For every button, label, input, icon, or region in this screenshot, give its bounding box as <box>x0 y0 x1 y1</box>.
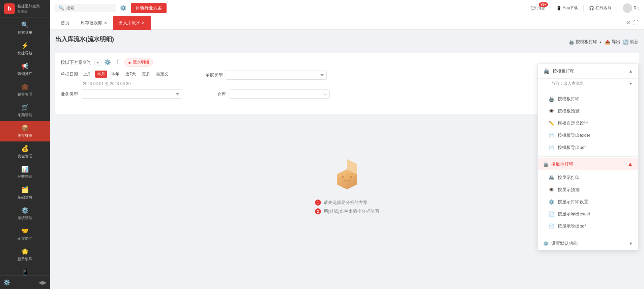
sidebar-item-purchase[interactable]: 🛒 采购管理 <box>0 100 50 121</box>
search-input[interactable] <box>66 6 113 10</box>
filter-collapse-icon[interactable]: 《 <box>114 59 119 66</box>
tabbar-controls: ✕ ⛶ <box>626 20 639 26</box>
sidebar-item-search[interactable]: 🔍 搜索菜单 <box>0 18 50 38</box>
tab-close-all-icon[interactable]: ✕ <box>626 20 631 26</box>
business-type-select[interactable] <box>81 89 182 99</box>
sidebar-nav: 🔍 搜索菜单 ⚡ 快捷导航 📢 营销推广 💼 销售管理 🛒 采购管理 📦 <box>0 18 50 275</box>
settings-bottom-icon[interactable]: ⚙️ <box>3 279 10 286</box>
date-last-month[interactable]: 上月 <box>81 71 93 78</box>
display-preview-icon: 👁️ <box>549 187 554 192</box>
sidebar-item-enterprise[interactable]: 🤝 企业协同 <box>0 224 50 244</box>
filter-settings-icon[interactable]: ⚙️ <box>104 59 111 65</box>
tab-expand-icon[interactable]: ⛶ <box>633 20 639 26</box>
empty-hints: 1 请先选择要分析的方案 2 用[过滤]条件来缩小分析范围 <box>315 200 379 214</box>
sidebar-item-finance[interactable]: 💰 资金管理 <box>0 141 50 162</box>
template-print-icon: 🖨️ <box>549 96 554 102</box>
dropdown-item-display-excel[interactable]: 📄 按显示导出excel <box>538 208 638 220</box>
dropdown-sep-1 <box>538 90 638 90</box>
svg-point-5 <box>342 176 344 178</box>
empty-state-image <box>330 159 364 193</box>
message-icon: 💬 <box>531 6 536 10</box>
tab-flow-close[interactable]: ✕ <box>142 21 145 25</box>
sidebar-item-appstore[interactable]: 📱 应用中心 <box>0 265 50 275</box>
print-template-button[interactable]: 🖨️ 按模板打印 ▲ <box>569 39 602 45</box>
dropdown-collapse-button[interactable]: ▲ <box>628 69 633 74</box>
warehouse-input[interactable]: ··· <box>229 89 330 99</box>
display-excel-label: 按显示导出excel <box>558 211 590 217</box>
hint-item-1: 1 请先选择要分析的方案 <box>315 200 379 206</box>
tab-batch[interactable]: 库存批次账 ✕ <box>75 16 113 30</box>
date-more[interactable]: 更多 <box>140 71 152 78</box>
warehouse-more-icon[interactable]: ··· <box>322 91 326 97</box>
refresh-button[interactable]: 🔄 刷新 <box>623 39 639 45</box>
dropdown-item-display-print[interactable]: 🖨️ 按显示打印 <box>538 172 638 184</box>
sidebar-item-system[interactable]: ⚙️ 系统管理 <box>0 203 50 224</box>
sidebar-item-operation[interactable]: 📊 经营管理 <box>0 162 50 183</box>
sidebar-item-basic[interactable]: 🗂️ 基础信息 <box>0 183 50 203</box>
template-pdf-label: 按模板导出pdf <box>558 144 586 151</box>
logo-icon: b <box>4 3 15 14</box>
sidebar-item-marketing[interactable]: 📢 营销推广 <box>0 59 50 80</box>
user-avatar[interactable]: Rit <box>623 3 639 13</box>
filter-tag-label: 流水明细 <box>133 59 149 65</box>
dropdown-footer[interactable]: ⚙️ 设置默认功能 ▼ <box>538 237 638 250</box>
dropdown-item-display-preview[interactable]: 👁️ 按显示预览 <box>538 184 638 196</box>
dropdown-item-template-print[interactable]: 🖨️ 按模板打印 <box>538 93 638 105</box>
trial-button[interactable]: 体验行业方案 <box>131 3 167 13</box>
date-last7days[interactable]: 近7天 <box>123 71 138 78</box>
tab-home[interactable]: 首页 <box>55 16 75 30</box>
divider2 <box>583 5 584 11</box>
dropdown-item-template-custom[interactable]: ✏️ 模板自定义设计 <box>538 117 638 129</box>
export-icon: 📤 <box>605 40 610 45</box>
date-current-month[interactable]: 本月 <box>95 71 107 78</box>
date-options: 上月 本月 本年 近7天 更多 自定义 <box>81 71 170 78</box>
topbar-gear-icon[interactable]: ⚙️ <box>120 5 127 11</box>
topbar-search-box[interactable]: 🔍 <box>55 4 116 12</box>
sidebar-bottom: ⚙️ ◀▶ <box>0 275 50 289</box>
sidebar-item-sales[interactable]: 💼 销售管理 <box>0 80 50 100</box>
online-service-label: 在线客服 <box>595 5 612 11</box>
dropdown-title: 🖨️ 按模板打印 <box>543 68 575 74</box>
date-custom[interactable]: 自定义 <box>154 71 170 78</box>
dropdown-display-print-header[interactable]: 🖨️ 按显示打印 ▲ <box>538 158 638 170</box>
app-logo: b 畅捷通好生意 标准版 <box>0 0 50 18</box>
filter-business-type-item: 业务类型 ▼ <box>61 89 182 99</box>
tab-batch-close[interactable]: ✕ <box>104 21 107 25</box>
tab-flow[interactable]: 出入库流水 ✕ <box>113 16 151 30</box>
template-print-label: 按模板打印 <box>558 96 580 102</box>
svg-point-6 <box>350 176 352 178</box>
headset-icon: 🎧 <box>589 6 594 10</box>
display-print-header-arrow: ▲ <box>627 161 633 167</box>
dropdown-item-display-pdf[interactable]: 📄 按显示导出pdf <box>538 220 638 232</box>
sidebar-item-guide[interactable]: 🌟 新手引导 <box>0 244 50 265</box>
app-title: 畅捷通好生意 <box>18 4 40 9</box>
sidebar: b 畅捷通好生意 标准版 🔍 搜索菜单 ⚡ 快捷导航 📢 营销推广 💼 <box>0 0 50 289</box>
message-button[interactable]: 💬 消息 99+ <box>531 5 545 11</box>
dropdown-item-template-excel[interactable]: 📄 按模板导出excel <box>538 129 638 141</box>
dropdown-template-section: 🖨️ 按模板打印 👁️ 按模板预览 ✏️ 模板自定义设计 📄 按模板导出exce… <box>538 91 638 155</box>
filter-add-button[interactable]: + <box>94 59 101 66</box>
filter-bill-type-item: 单据类型 ▼ <box>205 71 327 80</box>
filter-warehouse-item: 仓库 ··· <box>217 89 330 99</box>
online-service-button[interactable]: 🎧 在线客服 <box>589 5 612 11</box>
refresh-icon: 🔄 <box>623 40 628 45</box>
dropdown-item-display-settings[interactable]: ⚙️ 按显示打印设置 <box>538 196 638 208</box>
app-download-button[interactable]: 📱 App下载 <box>556 5 578 11</box>
collapse-icon[interactable]: ◀▶ <box>38 279 47 286</box>
print-label: 按模板打印 <box>576 39 597 45</box>
sidebar-item-inventory[interactable]: 📦 库存核算 <box>0 121 50 141</box>
dropdown-item-template-preview[interactable]: 👁️ 按模板预览 <box>538 105 638 117</box>
export-button[interactable]: 📤 导出 <box>605 39 620 45</box>
date-current-year[interactable]: 本年 <box>109 71 121 78</box>
display-preview-label: 按显示预览 <box>558 187 580 193</box>
display-settings-label: 按显示打印设置 <box>558 199 588 205</box>
tab-flow-label: 出入库流水 <box>118 20 140 26</box>
sidebar-item-quicknav[interactable]: ⚡ 快捷导航 <box>0 38 50 59</box>
template-preview-icon: 👁️ <box>549 108 554 114</box>
sidebar-label-search: 搜索菜单 <box>18 30 32 35</box>
page-content: 出入库流水(流水明细) 🖨️ 按模板打印 ▲ 📤 导出 🔄 刷新 <box>50 30 644 289</box>
warehouse-label: 仓库 <box>217 91 226 97</box>
dropdown-item-template-pdf[interactable]: 📄 按模板导出pdf <box>538 141 638 154</box>
hint-text-2: 用[过滤]条件来缩小分析范围 <box>324 208 379 214</box>
bill-type-select[interactable] <box>226 71 327 80</box>
